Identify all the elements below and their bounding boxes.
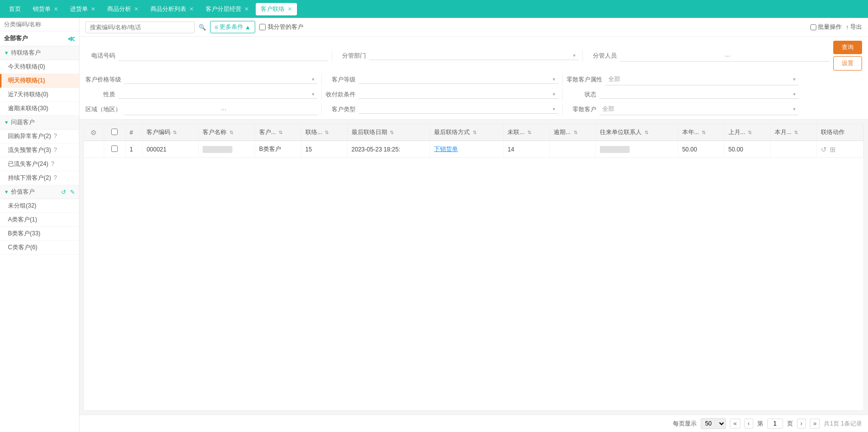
th-unit-contact[interactable]: 往来单位联系人 ⇅ [596, 124, 678, 141]
sidebar-item-lost[interactable]: 流失预警客户(3) ? [0, 144, 79, 157]
divider-5 [321, 88, 322, 100]
th-not-contacted-sort-icon[interactable]: ⇅ [527, 130, 531, 135]
th-code[interactable]: 客户编码 ⇅ [143, 124, 199, 141]
first-page-btn[interactable]: « [730, 419, 740, 429]
th-unit-contact-sort-icon[interactable]: ⇅ [645, 130, 649, 135]
lost-help-icon[interactable]: ? [54, 146, 57, 153]
th-last-month[interactable]: 上月... ⇅ [724, 124, 770, 141]
sidebar-item-tomorrow[interactable]: 明天待联络(1) [0, 74, 79, 88]
repurchase-help-icon[interactable]: ? [54, 133, 57, 140]
manager-input-field[interactable]: ··· [620, 50, 829, 62]
next-page-btn[interactable]: › [797, 419, 806, 429]
scattered-select[interactable]: 全部 ▾ [599, 103, 798, 115]
th-not-contacted[interactable]: 未联... ⇅ [504, 124, 550, 141]
query-button[interactable]: 查询 [833, 41, 862, 54]
page-size-select[interactable]: 50 10 20 100 [701, 418, 726, 429]
th-this-month-sort-icon[interactable]: ⇅ [794, 130, 798, 135]
customer-type-select[interactable]: ▾ [359, 105, 558, 114]
th-type-sort-icon[interactable]: ⇅ [279, 130, 283, 135]
phone-input[interactable] [118, 51, 328, 61]
batch-op-btn[interactable]: 批量操作 [810, 23, 842, 31]
nav-close-sales[interactable]: ✕ [54, 6, 58, 12]
th-contact[interactable]: 联络... ⇅ [301, 124, 347, 141]
th-last-contact-date[interactable]: 最后联络日期 ⇅ [347, 124, 430, 141]
select-all-checkbox[interactable] [111, 129, 118, 135]
sidebar-item-overdue[interactable]: 逾期未联络(30) [0, 102, 79, 116]
region-input-field[interactable]: ··· [124, 104, 317, 115]
nav-item-analysis-list[interactable]: 商品分析列表 ✕ [145, 3, 199, 15]
th-overdue-sort-icon[interactable]: ⇅ [574, 130, 578, 135]
sidebar-item-ungrouped[interactable]: 未分组(32) [0, 199, 79, 213]
th-this-year-sort-icon[interactable]: ⇅ [702, 130, 706, 135]
th-type[interactable]: 客户... ⇅ [255, 124, 301, 141]
nav-close-analysis-list[interactable]: ✕ [189, 6, 194, 12]
batch-op-checkbox[interactable] [810, 24, 816, 30]
nav-close-customer-segment[interactable]: ✕ [244, 6, 249, 12]
th-last-contact-method-sort-icon[interactable]: ⇅ [473, 130, 477, 135]
nature-select[interactable]: ▾ [118, 90, 317, 99]
table-settings-icon[interactable]: ⚙ [90, 129, 97, 137]
export-btn[interactable]: ↑ 导出 [846, 23, 862, 31]
dept-select[interactable]: ▾ [369, 51, 579, 60]
th-last-contact-date-sort-icon[interactable]: ⇅ [390, 130, 394, 135]
customer-level-select[interactable]: ▾ [359, 75, 558, 84]
th-last-contact-method[interactable]: 最后联络方式 ⇅ [430, 124, 504, 141]
nav-close-purchase[interactable]: ✕ [91, 6, 95, 12]
nav-item-sales[interactable]: 销货单 ✕ [28, 3, 63, 15]
my-customers-checkbox[interactable] [259, 24, 266, 30]
row-grid-icon[interactable]: ⊞ [830, 145, 836, 153]
sidebar-section-problem[interactable]: ▼ 问题客户 [0, 116, 79, 130]
sidebar-section-value[interactable]: ▼ 价值客户 ↺ ✎ [0, 185, 79, 199]
sidebar-item-a-class[interactable]: A类客户(1) [0, 213, 79, 227]
value-refresh-icon[interactable]: ↺ [61, 189, 66, 196]
status-select[interactable]: ▾ [599, 90, 798, 99]
filter-search-icon[interactable]: 🔍 [199, 24, 206, 31]
sidebar-item-week[interactable]: 近7天待联络(0) [0, 88, 79, 102]
manager-dots-icon[interactable]: ··· [724, 52, 826, 60]
th-overdue[interactable]: 逾期... ⇅ [550, 124, 596, 141]
nav-item-customer-segment[interactable]: 客户分层经营 ✕ [201, 3, 254, 15]
a-class-label: A类客户(1) [8, 216, 37, 223]
th-code-sort-icon[interactable]: ⇅ [173, 130, 177, 135]
my-customers-checkbox-label[interactable]: 我分管的客户 [259, 23, 303, 31]
last-page-btn[interactable]: » [810, 419, 820, 429]
page-number-input[interactable] [767, 419, 783, 429]
region-dots-icon[interactable]: ··· [221, 105, 315, 113]
filter-more-conditions-btn[interactable]: ≡ 更多条件 ▲ [210, 21, 255, 33]
nav-item-customer-contact[interactable]: 客户联络 ✕ [256, 3, 297, 15]
row-refresh-icon[interactable]: ↺ [821, 145, 827, 153]
payment-select[interactable]: ▾ [359, 90, 558, 99]
th-this-year[interactable]: 本年... ⇅ [678, 124, 724, 141]
sidebar-item-today[interactable]: 今天待联络(0) [0, 60, 79, 74]
th-name[interactable]: 客户名称 ⇅ [199, 124, 255, 141]
th-contact-sort-icon[interactable]: ⇅ [325, 130, 329, 135]
prev-page-btn[interactable]: ‹ [744, 419, 753, 429]
sidebar-item-b-class[interactable]: B类客户(33) [0, 227, 79, 241]
declining-help-icon[interactable]: ? [54, 174, 57, 181]
sidebar-item-repurchase-abnormal[interactable]: 回购异常客户(2) ? [0, 130, 79, 144]
nav-close-analysis[interactable]: ✕ [134, 6, 139, 12]
th-name-sort-icon[interactable]: ⇅ [229, 130, 233, 135]
row-checkbox[interactable] [111, 145, 118, 152]
price-level-select[interactable]: ▾ [124, 75, 317, 84]
churned-help-icon[interactable]: ? [51, 160, 55, 167]
sidebar-collapse-icon[interactable]: ≪ [68, 35, 75, 43]
th-last-month-sort-icon[interactable]: ⇅ [748, 130, 752, 135]
sidebar-item-c-class[interactable]: C类客户(6) [0, 241, 79, 255]
nav-item-analysis[interactable]: 商品分析 ✕ [102, 3, 144, 15]
settings-button[interactable]: 设置 [833, 56, 862, 71]
value-edit-icon[interactable]: ✎ [70, 189, 75, 196]
nav-item-purchase[interactable]: 进货单 ✕ [65, 3, 100, 15]
sidebar-item-churned[interactable]: 已流失客户(24) ? [0, 157, 79, 171]
sidebar-section-pending[interactable]: ▼ 待联络客户 [0, 46, 79, 60]
filter-search-input[interactable] [85, 21, 195, 33]
sidebar-search-input[interactable] [4, 21, 78, 28]
contact-method-link[interactable]: 下销货单 [434, 145, 458, 152]
nav-item-home[interactable]: 首页 [4, 3, 26, 15]
th-this-month[interactable]: 本月... ⇅ [770, 124, 816, 141]
sidebar-all-customers[interactable]: 全部客户 ≪ [0, 31, 79, 46]
nav-close-customer-contact[interactable]: ✕ [288, 6, 292, 12]
scattered-attr-select[interactable]: 全部 ▾ [605, 73, 798, 85]
th-settings[interactable]: ⚙ [84, 124, 104, 141]
sidebar-item-declining[interactable]: 持续下滑客户(2) ? [0, 171, 79, 185]
